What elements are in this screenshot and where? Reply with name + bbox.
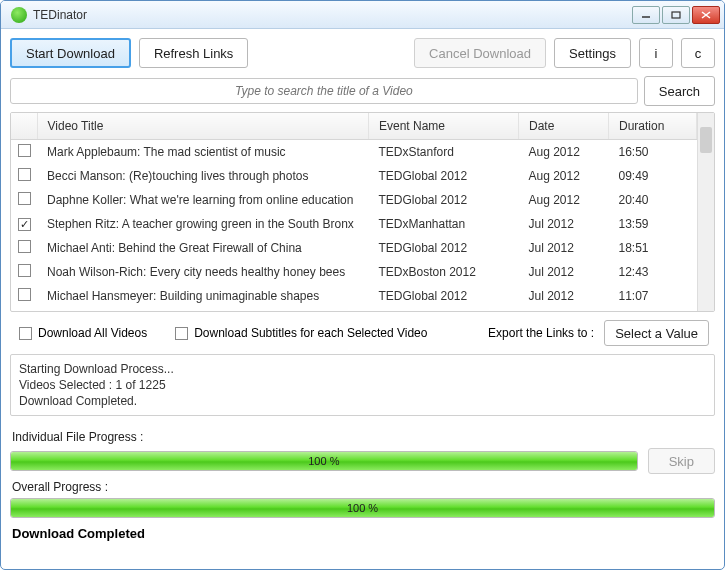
individual-progress-label: Individual File Progress : xyxy=(12,430,715,444)
header-checkbox-col xyxy=(11,113,37,139)
row-checkbox[interactable] xyxy=(18,288,31,301)
cell-duration: 13:59 xyxy=(609,212,697,236)
cell-event: TEDGlobal 2012 xyxy=(369,164,519,188)
row-checkbox[interactable] xyxy=(18,168,31,181)
cell-duration: 20:40 xyxy=(609,188,697,212)
cell-title: Stephen Ritz: A teacher growing green in… xyxy=(37,212,369,236)
row-checkbox[interactable] xyxy=(18,240,31,253)
row-checkbox[interactable] xyxy=(18,264,31,277)
info-button[interactable]: i xyxy=(639,38,673,68)
table-row[interactable]: Noah Wilson-Rich: Every city needs healt… xyxy=(11,260,697,284)
skip-button: Skip xyxy=(648,448,715,474)
cell-event: TEDGlobal 2012 xyxy=(369,236,519,260)
app-icon xyxy=(11,7,27,23)
table-row[interactable]: Mark Applebaum: The mad scientist of mus… xyxy=(11,139,697,164)
scrollbar-thumb[interactable] xyxy=(700,127,712,153)
cell-duration: 11:02 xyxy=(609,308,697,312)
header-event[interactable]: Event Name xyxy=(369,113,519,139)
table-row[interactable]: Daphne Koller: What we're learning from … xyxy=(11,188,697,212)
download-all-label: Download All Videos xyxy=(38,326,147,340)
individual-progress-text: 100 % xyxy=(11,452,637,470)
cancel-download-button: Cancel Download xyxy=(414,38,546,68)
cell-event: TEDGlobal 2012 xyxy=(369,284,519,308)
maximize-button[interactable] xyxy=(662,6,690,24)
cell-event: TEDxManhattan xyxy=(369,212,519,236)
progress-section: Individual File Progress : 100 % Skip Ov… xyxy=(1,420,724,543)
settings-button[interactable]: Settings xyxy=(554,38,631,68)
export-select[interactable]: Select a Value xyxy=(604,320,709,346)
app-window: TEDinator Start Download Refresh Links C… xyxy=(0,0,725,570)
log-line: Videos Selected : 1 of 1225 xyxy=(19,377,706,393)
svg-rect-1 xyxy=(672,12,680,18)
cell-date: Jul 2012 xyxy=(519,284,609,308)
status-text: Download Completed xyxy=(12,526,713,541)
cell-duration: 18:51 xyxy=(609,236,697,260)
cell-title: Ramesh Raskar: Imaging at a trillion fra… xyxy=(37,308,369,312)
cell-date: Aug 2012 xyxy=(519,188,609,212)
titlebar: TEDinator xyxy=(1,1,724,29)
close-button[interactable] xyxy=(692,6,720,24)
app-title: TEDinator xyxy=(33,8,632,22)
cell-duration: 16:50 xyxy=(609,139,697,164)
search-button[interactable]: Search xyxy=(644,76,715,106)
individual-progress-bar: 100 % xyxy=(10,451,638,471)
refresh-links-button[interactable]: Refresh Links xyxy=(139,38,248,68)
subtitles-label: Download Subtitles for each Selected Vid… xyxy=(194,326,427,340)
cell-event: TEDGlobal 2012 xyxy=(369,308,519,312)
cell-title: Michael Anti: Behind the Great Firewall … xyxy=(37,236,369,260)
table-row[interactable]: Michael Anti: Behind the Great Firewall … xyxy=(11,236,697,260)
download-all-checkbox[interactable] xyxy=(19,327,32,340)
toolbar: Start Download Refresh Links Cancel Down… xyxy=(1,29,724,76)
options-row: Download All Videos Download Subtitles f… xyxy=(1,312,724,352)
cell-date: Jul 2012 xyxy=(519,212,609,236)
log-line: Starting Download Process... xyxy=(19,361,706,377)
header-date[interactable]: Date xyxy=(519,113,609,139)
log-box: Starting Download Process... Videos Sele… xyxy=(10,354,715,416)
subtitles-option[interactable]: Download Subtitles for each Selected Vid… xyxy=(175,326,427,340)
table-row[interactable]: Michael Hansmeyer: Building unimaginable… xyxy=(11,284,697,308)
row-checkbox[interactable] xyxy=(18,218,31,231)
table-row[interactable]: Stephen Ritz: A teacher growing green in… xyxy=(11,212,697,236)
row-checkbox[interactable] xyxy=(18,144,31,157)
cell-title: Daphne Koller: What we're learning from … xyxy=(37,188,369,212)
cell-title: Becci Manson: (Re)touching lives through… xyxy=(37,164,369,188)
cell-event: TEDxBoston 2012 xyxy=(369,260,519,284)
row-checkbox[interactable] xyxy=(18,192,31,205)
cell-duration: 09:49 xyxy=(609,164,697,188)
minimize-button[interactable] xyxy=(632,6,660,24)
table-row[interactable]: Becci Manson: (Re)touching lives through… xyxy=(11,164,697,188)
cell-date: Jul 2012 xyxy=(519,308,609,312)
overall-progress-text: 100 % xyxy=(11,499,714,517)
config-button[interactable]: c xyxy=(681,38,715,68)
cell-date: Aug 2012 xyxy=(519,164,609,188)
log-line: Download Completed. xyxy=(19,393,706,409)
table-scrollbar[interactable] xyxy=(697,113,714,311)
search-input[interactable] xyxy=(10,78,638,104)
start-download-button[interactable]: Start Download xyxy=(10,38,131,68)
video-table: Video Title Event Name Date Duration Mar… xyxy=(10,112,715,312)
overall-progress-bar: 100 % xyxy=(10,498,715,518)
cell-event: TEDxStanford xyxy=(369,139,519,164)
cell-title: Noah Wilson-Rich: Every city needs healt… xyxy=(37,260,369,284)
overall-progress-label: Overall Progress : xyxy=(12,480,715,494)
cell-duration: 12:43 xyxy=(609,260,697,284)
table-header-row: Video Title Event Name Date Duration xyxy=(11,113,697,139)
cell-duration: 11:07 xyxy=(609,284,697,308)
download-all-option[interactable]: Download All Videos xyxy=(19,326,147,340)
cell-date: Aug 2012 xyxy=(519,139,609,164)
export-label: Export the Links to : xyxy=(488,326,594,340)
cell-date: Jul 2012 xyxy=(519,236,609,260)
header-duration[interactable]: Duration xyxy=(609,113,697,139)
cell-date: Jul 2012 xyxy=(519,260,609,284)
table-row[interactable]: Ramesh Raskar: Imaging at a trillion fra… xyxy=(11,308,697,312)
cell-event: TEDGlobal 2012 xyxy=(369,188,519,212)
subtitles-checkbox[interactable] xyxy=(175,327,188,340)
cell-title: Michael Hansmeyer: Building unimaginable… xyxy=(37,284,369,308)
header-title[interactable]: Video Title xyxy=(37,113,369,139)
search-row: Search xyxy=(1,76,724,112)
window-controls xyxy=(632,6,720,24)
cell-title: Mark Applebaum: The mad scientist of mus… xyxy=(37,139,369,164)
